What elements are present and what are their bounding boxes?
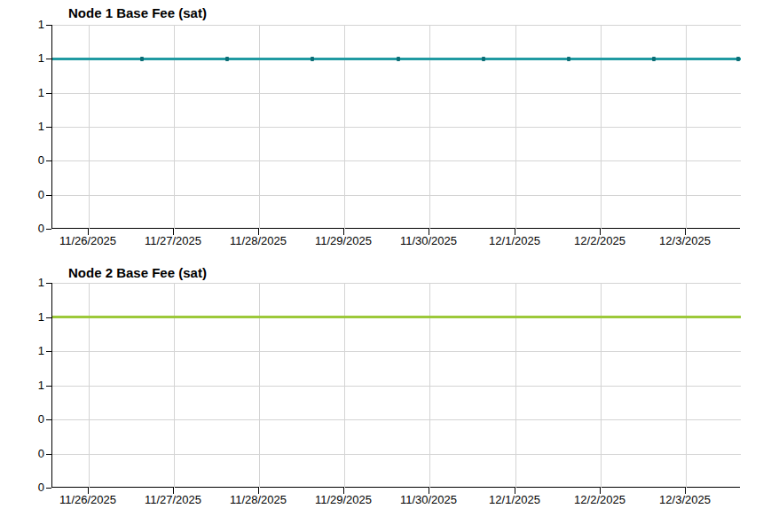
series-line	[52, 316, 741, 318]
x-gridline	[344, 283, 345, 488]
y-tick-label: 1	[18, 86, 44, 100]
x-gridline	[429, 283, 430, 488]
x-tick-label: 11/27/2025	[136, 234, 210, 248]
y-tick-label: 1	[18, 276, 44, 290]
x-gridline	[601, 25, 602, 229]
x-gridline	[686, 25, 687, 229]
x-tick-label: 12/1/2025	[477, 493, 552, 507]
y-gridline	[52, 419, 741, 420]
charts-canvas: Node 1 Base Fee (sat) 111100011/26/20251…	[0, 0, 763, 532]
y-axis-tick	[46, 25, 51, 26]
x-tick-label: 12/2/2025	[562, 234, 637, 248]
x-tick-label: 11/30/2025	[391, 234, 466, 248]
data-point-marker	[482, 57, 485, 61]
y-gridline	[52, 386, 741, 387]
y-gridline	[52, 93, 741, 94]
y-axis-tick	[46, 317, 51, 318]
y-gridline	[52, 454, 741, 455]
y-tick-label: 0	[18, 447, 44, 461]
x-tick-label: 11/28/2025	[221, 234, 295, 248]
x-tick-label: 11/30/2025	[391, 493, 466, 507]
y-tick-label: 1	[18, 18, 44, 32]
x-gridline	[601, 283, 602, 488]
x-gridline	[89, 283, 90, 488]
y-axis-tick	[46, 195, 51, 196]
data-point-marker	[311, 57, 314, 61]
y-gridline	[52, 283, 741, 284]
x-tick-label: 11/26/2025	[51, 234, 125, 248]
y-axis-tick	[46, 127, 51, 128]
data-point-marker	[652, 57, 656, 61]
y-axis-tick	[46, 351, 51, 352]
y-tick-label: 0	[18, 222, 44, 236]
data-point-marker	[736, 57, 740, 61]
data-point-marker	[225, 57, 229, 61]
data-point-marker	[397, 57, 400, 61]
chart-title: Node 1 Base Fee (sat)	[68, 5, 207, 20]
plot-area	[51, 283, 740, 488]
data-point-marker	[567, 57, 570, 61]
y-gridline	[52, 25, 741, 26]
chart-node-2-base-fee: Node 2 Base Fee (sat) 111100011/26/20251…	[0, 258, 763, 532]
x-tick-label: 11/27/2025	[136, 493, 210, 507]
y-axis-tick	[46, 229, 51, 230]
y-axis-tick	[46, 454, 51, 455]
y-tick-label: 0	[18, 153, 44, 168]
plot-area	[51, 25, 740, 229]
x-tick-label: 12/1/2025	[477, 234, 552, 248]
y-gridline	[52, 195, 741, 196]
y-tick-label: 1	[18, 120, 44, 134]
y-gridline	[52, 127, 741, 128]
x-gridline	[515, 25, 516, 229]
x-gridline	[429, 25, 430, 229]
data-point-marker	[140, 57, 144, 61]
y-tick-label: 1	[18, 51, 44, 66]
x-tick-label: 11/29/2025	[306, 493, 381, 507]
x-gridline	[344, 25, 345, 229]
x-gridline	[259, 283, 260, 488]
chart-title: Node 2 Base Fee (sat)	[68, 265, 207, 280]
x-tick-label: 11/29/2025	[306, 234, 381, 248]
y-tick-label: 0	[18, 481, 44, 495]
y-axis-tick	[46, 488, 51, 489]
x-tick-label: 12/3/2025	[648, 234, 722, 248]
y-axis-tick	[46, 419, 51, 420]
y-axis-tick	[46, 93, 51, 94]
x-gridline	[174, 25, 175, 229]
y-tick-label: 0	[18, 412, 44, 426]
y-tick-label: 1	[18, 310, 44, 325]
x-gridline	[89, 25, 90, 229]
x-tick-label: 11/26/2025	[51, 493, 125, 507]
x-tick-label: 11/28/2025	[221, 493, 295, 507]
x-gridline	[174, 283, 175, 488]
y-axis-tick	[46, 160, 51, 161]
y-gridline	[52, 351, 741, 352]
y-gridline	[52, 160, 741, 161]
x-tick-label: 12/2/2025	[562, 493, 637, 507]
chart-node-1-base-fee: Node 1 Base Fee (sat) 111100011/26/20251…	[0, 0, 763, 258]
y-axis-tick	[46, 59, 51, 59]
x-gridline	[259, 25, 260, 229]
x-gridline	[686, 283, 687, 488]
y-tick-label: 0	[18, 188, 44, 202]
y-tick-label: 1	[18, 344, 44, 358]
y-tick-label: 1	[18, 379, 44, 393]
x-gridline	[515, 283, 516, 488]
y-axis-tick	[46, 283, 51, 284]
y-axis-tick	[46, 386, 51, 387]
x-tick-label: 12/3/2025	[648, 493, 722, 507]
